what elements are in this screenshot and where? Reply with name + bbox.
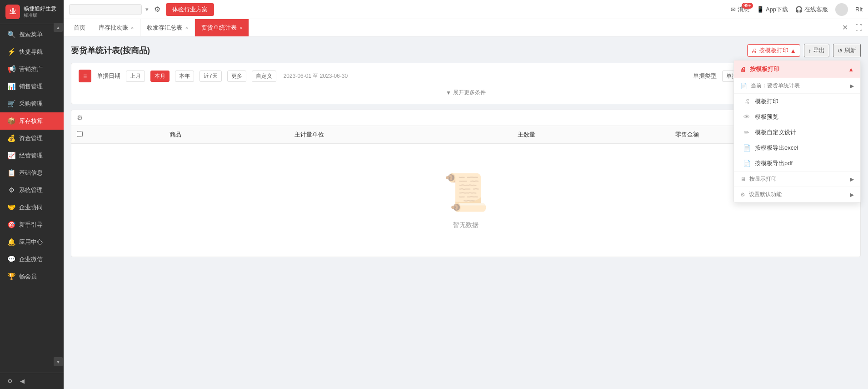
tab-order-stat[interactable]: 要货单统计表× [195,19,249,36]
tab-close-collection[interactable]: × [185,25,188,30]
export-icon: ↑ [808,47,812,54]
sidebar-item-operation[interactable]: 📈经营管理 [0,147,64,164]
collapse-icon[interactable]: ◀ [20,378,25,384]
sidebar-item-shortcut[interactable]: ⚡快捷导航 [0,43,64,61]
filter-toggle[interactable]: ≡ [79,70,91,82]
export-btn[interactable]: ↑ 导出 [804,44,830,57]
online-service-btn[interactable]: 🎧 在线客服 [795,5,828,14]
date-label: 单据日期 [97,72,120,80]
app-download-btn[interactable]: 📱 App下载 [757,5,788,14]
empty-icon: 📜 [443,171,489,214]
sidebar-icon-basic: 📋 [7,169,15,177]
page-actions: 🖨 按模板打印 ▲ ↑ 导出 ↺ 刷新 🖨 [747,44,861,57]
sidebar-bottom[interactable]: ⚙ ◀ [0,373,64,389]
dropdown-icon-template-preview: 👁 [743,113,750,121]
sidebar-label-sales: 销售管理 [19,82,43,91]
sidebar-label-search: 搜索菜单 [19,30,43,39]
page-title: 要货单统计表(按商品) [71,45,150,56]
date-btn-自定义[interactable]: 自定义 [252,71,276,82]
sidebar-icon-search: 🔍 [7,30,15,39]
print-btn[interactable]: 🖨 按模板打印 ▲ [747,44,800,57]
display-print-toggle[interactable]: 🖥 按显示打印 ▶ [734,172,860,187]
dropdown-item-template-preview[interactable]: 👁模板预览 [734,109,860,125]
tab-collection[interactable]: 收发存汇总表× [140,19,195,36]
sidebar-nav: 🔍搜索菜单⚡快捷导航📢营销推广📊销售管理🛒采购管理📦库存核算💰资金管理📈经营管理… [0,24,64,373]
sidebar-label-enterprise: 企业协同 [19,203,43,212]
sidebar-item-purchase[interactable]: 🛒采购管理 [0,95,64,112]
sidebar-item-finance[interactable]: 💰资金管理 [0,130,64,147]
dropdown-label-template-preview: 模板预览 [755,113,778,121]
dropdown-item-template-print[interactable]: 🖨模板打印 [734,94,860,109]
app-version: 标准版 [24,12,56,19]
export-label: 导出 [813,46,825,55]
refresh-btn[interactable]: ↺ 刷新 [833,44,861,57]
th-商品: 商品 [164,126,289,144]
message-btn[interactable]: ✉ 消息 99+ [731,5,749,14]
sidebar-item-inventory[interactable]: 📦库存核算 [0,112,64,130]
sidebar-item-enterprise[interactable]: 🤝企业协同 [0,199,64,216]
empty-text: 暂无数据 [453,221,479,229]
expand-filter-btn[interactable]: ▼ 展开更多条件 [440,87,491,98]
tab-close-batch[interactable]: × [131,25,134,30]
date-btn-更多[interactable]: 更多 [227,71,246,82]
dropdown-section-defaults: ⚙ 设置默认功能 ▶ [734,187,860,202]
sidebar-icon-sales: 📊 [7,82,15,91]
tab-close-all[interactable]: ✕ [840,21,850,34]
avatar-btn[interactable] [835,3,848,16]
sidebar-item-system[interactable]: ⚙系统管理 [0,182,64,199]
sidebar-label-app: 应用中心 [19,238,43,246]
sidebar-scroll-down[interactable]: ▼ [54,357,63,366]
tab-expand[interactable]: ⛶ [853,22,864,34]
expand-icon: ▼ [446,90,451,96]
defaults-icon: ⚙ [740,192,745,198]
sidebar-item-wechat[interactable]: 💬企业微信 [0,251,64,268]
sidebar-item-basic[interactable]: 📋基础信息 [0,164,64,182]
dropdown-close-icon[interactable]: ▲ [848,66,854,73]
current-template[interactable]: 📄 当前：要货单统计表 ▶ [734,78,860,93]
username-label[interactable]: Rit [855,6,863,13]
sidebar-item-guide[interactable]: 🎯新手引导 [0,216,64,233]
dropdown-item-export-pdf[interactable]: 📄按模板导出pdf [734,156,860,171]
sidebar-label-member: 畅会员 [19,273,37,281]
date-btn-本月[interactable]: 本月 [150,71,170,82]
sidebar-icon-finance: 💰 [7,134,15,142]
current-label: 当前：要货单统计表 [751,82,800,90]
defaults-toggle[interactable]: ⚙ 设置默认功能 ▶ [734,187,860,202]
table-settings-icon[interactable]: ⚙ [77,114,83,122]
select-all-checkbox[interactable] [77,131,83,137]
sidebar-item-sales[interactable]: 📊销售管理 [0,78,64,95]
expand-label: 展开更多条件 [453,89,486,96]
main-area: ▾ ⚙ 体验行业方案 ✉ 消息 99+ 📱 App下载 🎧 在线客服 Rit [64,0,868,389]
dropdown-item-template-design[interactable]: ✏模板自定义设计 [734,125,860,140]
date-btn-上月[interactable]: 上月 [126,71,145,82]
gear-icon[interactable]: ⚙ [152,3,162,15]
tab-home[interactable]: 首页 [67,19,92,36]
display-chevron: ▶ [850,176,854,182]
date-btn-近7天[interactable]: 近7天 [200,71,222,82]
defaults-label: 设置默认功能 [749,191,782,198]
dropdown-icon-template-design: ✏ [743,129,750,136]
sidebar-item-app[interactable]: 🔔应用中心 [0,233,64,251]
message-badge: 99+ [742,3,753,9]
industry-btn[interactable]: 体验行业方案 [166,3,214,16]
dropdown-icon-template-print: 🖨 [743,98,750,105]
defaults-chevron: ▶ [850,192,854,198]
sidebar-item-member[interactable]: 🏆畅会员 [0,268,64,285]
date-btn-本年[interactable]: 本年 [175,71,194,82]
dropdown-icon-export-excel: 📄 [743,144,750,152]
topbar-dropdown-icon[interactable]: ▾ [145,6,149,13]
search-input[interactable] [69,4,142,15]
settings-icon[interactable]: ⚙ [7,378,13,384]
mobile-icon: 📱 [757,6,764,13]
display-label: 按显示打印 [749,175,777,183]
app-logo-icon: 业 [5,5,20,19]
sidebar-item-marketing[interactable]: 📢营销推广 [0,61,64,78]
dropdown-header[interactable]: 🖨 按模板打印 ▲ [734,61,860,78]
dropdown-item-export-excel[interactable]: 📄按模板导出excel [734,140,860,156]
tab-label-order-stat: 要货单统计表 [201,24,237,32]
tab-close-order-stat[interactable]: × [239,25,242,30]
sidebar-label-system: 系统管理 [19,186,43,194]
tab-batch[interactable]: 库存批次账× [92,19,140,36]
refresh-label: 刷新 [844,46,856,55]
sidebar-scroll-up[interactable]: ▲ [54,23,63,32]
